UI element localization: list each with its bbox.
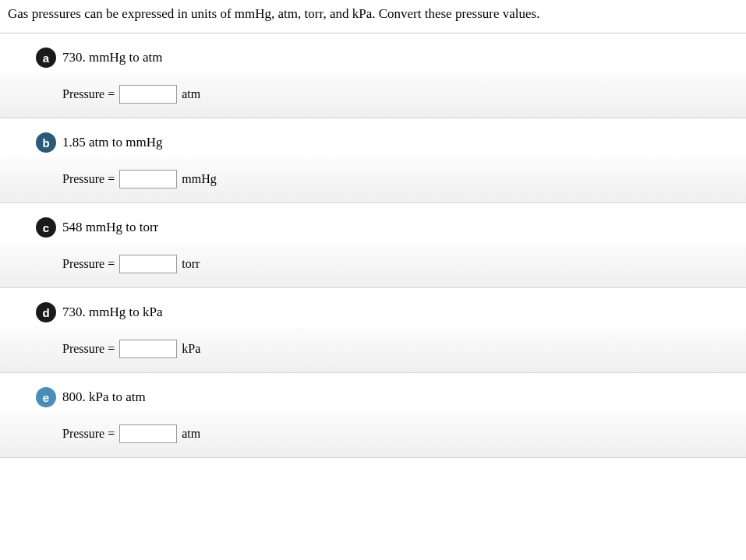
pressure-label-c: Pressure =	[62, 257, 115, 271]
question-b-title: b 1.85 atm to mmHg	[0, 132, 746, 153]
pressure-input-d[interactable]	[119, 340, 177, 358]
question-a-prompt: 730. mmHg to atm	[62, 50, 162, 65]
unit-b: mmHg	[182, 172, 216, 186]
unit-c: torr	[182, 257, 200, 271]
question-d-prompt: 730. mmHg to kPa	[62, 305, 162, 320]
pressure-input-a[interactable]	[119, 85, 177, 104]
question-c-title: c 548 mmHg to torr	[0, 217, 746, 238]
instructions-header: Gas pressures can be expressed in units …	[0, 0, 746, 33]
pressure-label-b: Pressure =	[62, 172, 115, 186]
badge-b: b	[36, 132, 56, 153]
badge-a: a	[36, 48, 56, 68]
badge-d: d	[36, 302, 56, 322]
instructions-text: Gas pressures can be expressed in units …	[8, 6, 539, 21]
question-d-title: d 730. mmHg to kPa	[0, 302, 746, 322]
answer-row-c: Pressure = torr	[0, 242, 746, 288]
pressure-label-a: Pressure =	[62, 87, 115, 101]
answer-row-e: Pressure = atm	[0, 412, 746, 458]
pressure-input-c[interactable]	[119, 255, 177, 273]
question-c-prompt: 548 mmHg to torr	[62, 220, 158, 235]
answer-row-d: Pressure = kPa	[0, 327, 746, 373]
badge-c: c	[36, 217, 56, 238]
badge-e: e	[36, 387, 56, 407]
unit-e: atm	[182, 427, 200, 441]
question-b-prompt: 1.85 atm to mmHg	[62, 135, 162, 150]
question-c: c 548 mmHg to torr Pressure = torr	[0, 203, 746, 288]
question-d: d 730. mmHg to kPa Pressure = kPa	[0, 288, 746, 373]
pressure-input-e[interactable]	[119, 424, 177, 443]
pressure-input-b[interactable]	[119, 170, 177, 188]
answer-row-a: Pressure = atm	[0, 72, 746, 118]
pressure-label-e: Pressure =	[62, 427, 115, 441]
answer-row-b: Pressure = mmHg	[0, 157, 746, 203]
question-e: e 800. kPa to atm Pressure = atm	[0, 373, 746, 458]
question-e-prompt: 800. kPa to atm	[62, 389, 146, 405]
question-a-title: a 730. mmHg to atm	[0, 48, 746, 68]
unit-a: atm	[182, 87, 200, 101]
unit-d: kPa	[182, 342, 200, 356]
question-a: a 730. mmHg to atm Pressure = atm	[0, 33, 746, 118]
question-e-title: e 800. kPa to atm	[0, 387, 746, 407]
pressure-label-d: Pressure =	[62, 342, 115, 356]
question-b: b 1.85 atm to mmHg Pressure = mmHg	[0, 118, 746, 203]
